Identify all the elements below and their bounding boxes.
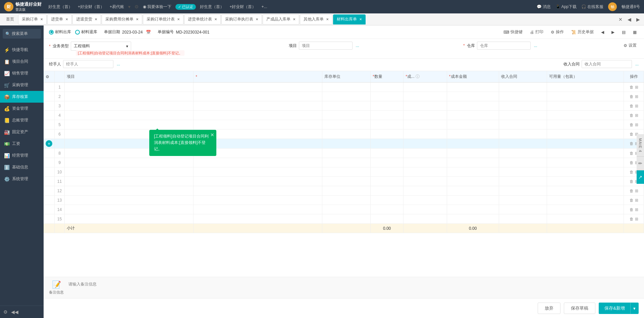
tab-receipt-stat[interactable]: 进货单统计表 ✕	[184, 14, 221, 24]
sidebar-item-purchase[interactable]: 🛒 采购管理	[0, 79, 44, 91]
tab-close-purchase-expense[interactable]: ✕	[136, 17, 139, 21]
copy-row-4-btn[interactable]: ⊞	[635, 113, 638, 118]
sidebar-search-btn[interactable]: 🔍 搜索菜单	[3, 29, 41, 39]
delete-row-13-btn[interactable]: 🗑	[630, 198, 634, 203]
delete-row-7-btn[interactable]: 🗑	[630, 141, 634, 146]
save-new-arrow-btn[interactable]: ▾	[630, 303, 639, 314]
td-available-2[interactable]	[547, 92, 624, 101]
sidebar-item-sales[interactable]: 📈 销售管理	[0, 67, 44, 79]
tab-purchase-return[interactable]: 进退货货 ✕	[72, 14, 101, 24]
radio-material-return[interactable]: 材料退库	[75, 29, 97, 35]
td-income-contract-2[interactable]	[499, 92, 547, 101]
delete-row-4-btn[interactable]: 🗑	[630, 113, 634, 118]
tab-product-in[interactable]: 产成品入库单 ✕	[263, 14, 299, 24]
sidebar-item-management[interactable]: 📊 经营管理	[0, 150, 44, 161]
message-btn[interactable]: 💬 消息	[537, 4, 551, 10]
td-available-1[interactable]	[547, 83, 624, 92]
project-dots-btn[interactable]: ...	[356, 43, 359, 48]
tab-purchase-order[interactable]: 采购订单 ✕	[18, 14, 47, 24]
td-project-1[interactable]	[65, 83, 194, 92]
discard-btn[interactable]: 放弃	[538, 303, 560, 314]
income-contract-input[interactable]	[582, 60, 632, 68]
td-quantity-2[interactable]	[371, 92, 404, 101]
td-unit-2[interactable]	[322, 92, 371, 101]
nav-settings-icon[interactable]: ⚙	[135, 4, 139, 9]
warehouse-input[interactable]	[477, 42, 531, 50]
income-contract-dots-btn[interactable]: ...	[635, 62, 639, 66]
user-avatar[interactable]: 畅	[608, 2, 617, 11]
tab-close-purchase-stat[interactable]: ✕	[177, 17, 180, 21]
delete-row-3-btn[interactable]: 🗑	[630, 104, 634, 108]
th-settings[interactable]: ⚙	[44, 71, 55, 83]
td-cost-amount-1[interactable]	[447, 83, 499, 92]
sidebar-item-salary[interactable]: 💵 工资	[0, 138, 44, 150]
online-service-btn[interactable]: 🎧 在线客服	[581, 4, 603, 10]
handler-dots-btn[interactable]: ...	[117, 62, 120, 66]
tab-purchase-exec[interactable]: 采购订单执行表 ✕	[221, 14, 262, 24]
tab-purchase-expense[interactable]: 采购费用分摊单 ✕	[102, 14, 142, 24]
copy-row-1-btn[interactable]: ⊞	[635, 85, 638, 90]
tab-close-purchase-order[interactable]: ✕	[40, 17, 43, 21]
sidebar-collapse-btn[interactable]: ◀◀	[11, 309, 18, 315]
tab-close-other-in[interactable]: ✕	[326, 17, 329, 21]
td-cost-price-2[interactable]	[404, 92, 447, 101]
copy-row-3-btn[interactable]: ⊞	[635, 104, 638, 108]
td-material-2[interactable]	[194, 92, 322, 101]
tab-close-product-in[interactable]: ✕	[293, 17, 296, 21]
delete-row-11-btn[interactable]: 🗑	[630, 179, 634, 184]
cost-price-info-icon[interactable]: ⓘ	[416, 74, 420, 79]
tab-close-purchase-return[interactable]: ✕	[95, 17, 97, 21]
green-panel-btn[interactable]: ↗	[637, 170, 644, 184]
tab-purchase-receipt[interactable]: 进货单 ✕	[47, 14, 72, 24]
add-row-btn[interactable]: +	[46, 140, 52, 147]
nav-item-3[interactable]: +易代账	[108, 3, 125, 10]
copy-row-14-btn[interactable]: ⊞	[635, 207, 638, 212]
nav-dropdown-arrow[interactable]: ▾	[128, 4, 130, 9]
settings-right-btn[interactable]: ⚙ 设置	[622, 42, 639, 49]
tab-nav-left[interactable]: ◀	[626, 16, 633, 23]
sidebar-item-fixed-assets[interactable]: 🏭 固定资产	[0, 126, 44, 138]
sidebar-item-project[interactable]: 📋 项目合同	[0, 56, 44, 67]
radio-material-out[interactable]: 材料出库	[49, 29, 71, 35]
nav-item-1[interactable]: 好生意（首）	[47, 3, 74, 10]
tab-material-out[interactable]: 材料出库单 ✕	[333, 14, 366, 24]
td-cost-price-1[interactable]	[404, 83, 447, 92]
td-income-contract-1[interactable]	[499, 83, 547, 92]
print-btn[interactable]: 🖨 打印	[528, 28, 545, 36]
tooltip-close-btn[interactable]: ✕	[210, 131, 214, 139]
tab-purchase-stat[interactable]: 采购订单统计表 ✕	[143, 14, 183, 24]
tab-nav-right[interactable]: ▶	[635, 16, 641, 23]
copy-row-2-btn[interactable]: ⊞	[635, 94, 638, 99]
handler-input[interactable]	[63, 60, 113, 68]
save-new-main-btn[interactable]: 保存&新增	[599, 303, 630, 314]
app-download-btn[interactable]: 📱 App下载	[555, 4, 577, 10]
nav-experience[interactable]: ◉ 我要体验一下	[142, 3, 173, 10]
project-input[interactable]	[299, 42, 353, 50]
delete-row-9-btn[interactable]: 🗑	[630, 160, 634, 165]
nav-item-6[interactable]: +...	[260, 4, 268, 10]
delete-row-8-btn[interactable]: 🗑	[630, 151, 634, 156]
save-draft-btn[interactable]: 保存草稿	[564, 303, 595, 314]
warehouse-dots-btn[interactable]: ...	[534, 43, 537, 48]
date-value[interactable]: 2023-03-24	[122, 30, 143, 35]
nav-prev-btn[interactable]: ◀	[599, 29, 606, 36]
td-unit-1[interactable]	[322, 83, 371, 92]
nav-item-2[interactable]: +好业财（首）	[76, 3, 106, 10]
sidebar-item-base-info[interactable]: ℹ️ 基础信息	[0, 161, 44, 173]
pen-panel-btn[interactable]: ✏	[637, 157, 644, 170]
nav-next-btn[interactable]: ▶	[609, 29, 616, 36]
delete-row-15-btn[interactable]: 🗑	[630, 217, 634, 221]
copy-row-5-btn[interactable]: ⊞	[635, 122, 638, 127]
history-btn[interactable]: 📜 历史单据	[569, 28, 596, 36]
calendar-icon[interactable]: 📅	[146, 30, 151, 35]
sidebar-item-ledger[interactable]: 📒 总账管理	[0, 114, 44, 126]
tab-close-purchase-exec[interactable]: ✕	[256, 17, 258, 21]
layout2-btn[interactable]: ▦	[631, 29, 639, 36]
delete-row-5-btn[interactable]: 🗑	[630, 122, 634, 127]
td-quantity-1[interactable]	[371, 83, 404, 92]
delete-row-6-btn[interactable]: 🗑	[630, 132, 634, 137]
copy-row-13-btn[interactable]: ⊞	[635, 198, 638, 203]
shortcut-btn[interactable]: ⌨ 快捷键	[501, 28, 525, 36]
nav-item-5[interactable]: +好业财（首）	[228, 3, 257, 10]
tab-close-purchase-receipt[interactable]: ✕	[65, 17, 68, 21]
